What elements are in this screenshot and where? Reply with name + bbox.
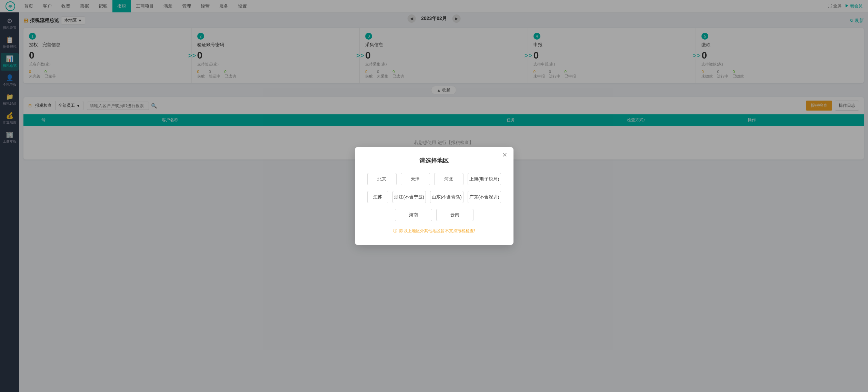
warning-text: 除以上地区外其他地区暂不支持报税检查! (399, 228, 475, 234)
region-btn-海南[interactable]: 海南 (395, 209, 432, 221)
warning-icon: ⓘ (393, 228, 397, 234)
modal-overlay[interactable]: ✕ 请选择地区 北京天津河北上海(电子税局) 江苏浙江(不含宁波)山东(不含青岛… (0, 0, 868, 392)
region-btn-北京[interactable]: 北京 (367, 173, 397, 185)
region-btn-河北[interactable]: 河北 (434, 173, 463, 185)
region-btn-云南[interactable]: 云南 (436, 209, 473, 221)
region-btn-山东(不含青岛)[interactable]: 山东(不含青岛) (430, 191, 463, 203)
region-btn-上海(电子税局)[interactable]: 上海(电子税局) (468, 173, 501, 185)
modal-title: 请选择地区 (367, 157, 501, 165)
modal-warning: ⓘ 除以上地区外其他地区暂不支持报税检查! (367, 228, 501, 234)
region-select-modal: ✕ 请选择地区 北京天津河北上海(电子税局) 江苏浙江(不含宁波)山东(不含青岛… (355, 147, 513, 245)
region-btn-广东(不含深圳)[interactable]: 广东(不含深圳) (468, 191, 501, 203)
region-btn-浙江(不含宁波)[interactable]: 浙江(不含宁波) (392, 191, 426, 203)
region-row3: 海南云南 (367, 209, 501, 221)
modal-close-btn[interactable]: ✕ (502, 152, 507, 158)
region-row1: 北京天津河北上海(电子税局) (367, 173, 501, 185)
region-btn-江苏[interactable]: 江苏 (367, 191, 389, 203)
region-btn-天津[interactable]: 天津 (401, 173, 430, 185)
region-row2: 江苏浙江(不含宁波)山东(不含青岛)广东(不含深圳) (367, 191, 501, 203)
